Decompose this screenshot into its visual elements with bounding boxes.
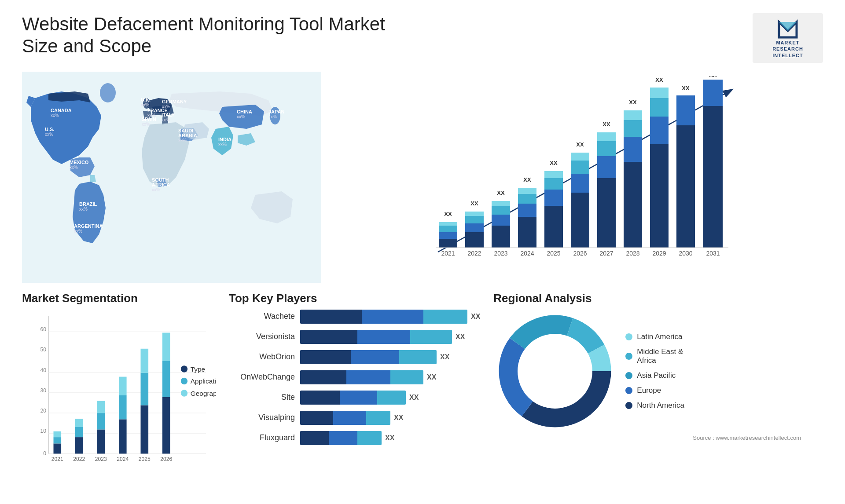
player-value: XX: [440, 353, 449, 361]
svg-text:MEXICO: MEXICO: [70, 160, 89, 165]
svg-text:XX: XX: [444, 211, 452, 217]
svg-text:ARGENTINA: ARGENTINA: [74, 223, 103, 229]
player-bar: [300, 391, 406, 405]
bottom-content: Market Segmentation 0 10 20 30 40 50 60: [0, 287, 845, 504]
svg-rect-65: [571, 193, 589, 248]
legend-item-latin: Latin America: [625, 332, 684, 341]
svg-rect-126: [97, 413, 105, 429]
legend-dot-mea: [625, 353, 632, 360]
player-value: XX: [385, 434, 394, 442]
svg-rect-78: [624, 110, 642, 120]
svg-text:50: 50: [40, 347, 47, 353]
svg-rect-122: [75, 437, 83, 453]
svg-text:30: 30: [40, 387, 47, 394]
player-bar: [300, 370, 423, 384]
svg-rect-76: [624, 137, 642, 162]
player-row: Wachete XX: [229, 310, 480, 324]
svg-text:60: 60: [40, 326, 47, 332]
world-map-section: CANADA xx% U.S. xx% MEXICO xx% BRAZIL xx…: [22, 72, 321, 283]
svg-rect-88: [703, 106, 723, 248]
regional-legend: Latin America Middle East &Africa Asia P…: [625, 332, 684, 410]
svg-text:2027: 2027: [599, 250, 613, 257]
svg-text:2026: 2026: [573, 250, 587, 257]
svg-rect-124: [75, 419, 83, 427]
svg-text:2025: 2025: [547, 250, 560, 257]
svg-text:XX: XX: [629, 99, 637, 106]
svg-rect-133: [141, 349, 149, 373]
regional-title: Regional Analysis: [493, 292, 823, 305]
svg-text:GERMANY: GERMANY: [162, 99, 187, 104]
svg-rect-47: [465, 216, 484, 223]
logo-icon: [777, 18, 799, 40]
bar-chart: XX XX XX XX XX: [343, 76, 814, 278]
source-text: Source : www.marketresearchintellect.com: [493, 435, 823, 441]
svg-rect-50: [492, 226, 510, 248]
svg-rect-125: [97, 429, 105, 453]
svg-text:xx%: xx%: [141, 102, 149, 107]
player-name: Wachete: [229, 312, 295, 321]
player-row: Fluxguard XX: [229, 431, 480, 445]
svg-text:SPAIN: SPAIN: [142, 117, 156, 122]
svg-rect-135: [162, 361, 170, 397]
player-row: Site XX: [229, 391, 480, 405]
legend-dot-latin: [625, 333, 632, 340]
legend-dot-na: [625, 402, 632, 409]
svg-rect-60: [544, 206, 563, 248]
player-row: WebOrion XX: [229, 350, 480, 364]
svg-point-147: [181, 390, 187, 396]
svg-text:10: 10: [40, 428, 47, 434]
legend-item-na: North America: [625, 401, 684, 410]
legend-dot-europe: [625, 387, 632, 394]
svg-rect-81: [650, 117, 669, 144]
svg-text:2021: 2021: [51, 456, 63, 462]
player-row: Visualping XX: [229, 411, 480, 425]
svg-rect-42: [439, 226, 457, 232]
svg-rect-129: [119, 395, 127, 419]
svg-rect-56: [518, 204, 536, 217]
svg-rect-43: [439, 222, 457, 226]
svg-text:xx%: xx%: [45, 132, 53, 137]
segmentation-section: Market Segmentation 0 10 20 30 40 50 60: [22, 292, 216, 504]
logo-text: MARKET RESEARCH INTELLECT: [772, 40, 803, 58]
svg-point-154: [518, 334, 592, 409]
svg-rect-71: [597, 156, 616, 178]
page-title: Website Defacement Monitoring Tool Marke…: [22, 13, 418, 58]
svg-rect-119: [54, 443, 62, 453]
players-list: Wachete XX Versionista: [229, 310, 480, 445]
legend-label-europe: Europe: [637, 386, 661, 395]
svg-text:Geography: Geography: [191, 389, 216, 397]
player-bar-container: XX: [300, 370, 480, 384]
svg-text:xx%: xx%: [218, 142, 227, 147]
player-bar-container: XX: [300, 391, 480, 405]
svg-text:Type: Type: [191, 365, 205, 373]
svg-rect-68: [571, 153, 589, 161]
svg-text:xx%: xx%: [70, 165, 78, 170]
svg-point-145: [181, 378, 187, 384]
svg-text:CHINA: CHINA: [237, 109, 252, 114]
svg-text:2030: 2030: [679, 250, 692, 257]
svg-text:2021: 2021: [441, 250, 455, 257]
svg-text:BRAZIL: BRAZIL: [79, 201, 97, 207]
svg-rect-121: [54, 431, 62, 437]
svg-rect-120: [54, 437, 62, 443]
player-name: Site: [229, 393, 295, 402]
player-row: OnWebChange XX: [229, 370, 480, 384]
header: Website Defacement Monitoring Tool Marke…: [0, 0, 845, 67]
svg-rect-75: [624, 162, 642, 248]
svg-text:xx%: xx%: [79, 207, 88, 212]
svg-text:XX: XX: [603, 121, 610, 128]
svg-text:2022: 2022: [73, 456, 85, 462]
svg-text:JAPAN: JAPAN: [268, 109, 285, 114]
svg-text:2025: 2025: [139, 456, 151, 462]
svg-rect-72: [597, 141, 616, 156]
svg-text:INDIA: INDIA: [218, 137, 231, 142]
svg-rect-58: [518, 188, 536, 194]
svg-rect-62: [544, 178, 563, 190]
svg-text:ITALY: ITALY: [162, 112, 175, 117]
svg-rect-134: [162, 397, 170, 454]
player-value: XX: [471, 313, 480, 321]
svg-text:Application: Application: [191, 377, 216, 385]
svg-text:AFRICA: AFRICA: [152, 182, 170, 187]
donut-container: Latin America Middle East &Africa Asia P…: [493, 310, 823, 433]
svg-text:xx%: xx%: [268, 114, 277, 119]
